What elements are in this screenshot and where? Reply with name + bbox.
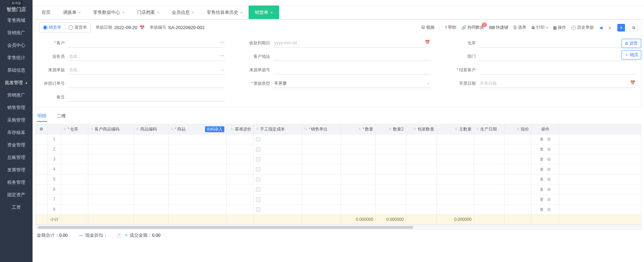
- invtype-input[interactable]: [274, 79, 430, 88]
- calendar-icon[interactable]: 📅: [425, 40, 430, 45]
- col-base-price[interactable]: ⇅基准进价: [227, 124, 254, 134]
- scan-badge[interactable]: 扫码录入: [205, 126, 224, 132]
- help-icon[interactable]: ?: [117, 233, 122, 238]
- copy-icon[interactable]: ⧉: [547, 137, 551, 142]
- srcdoc-input[interactable]: [68, 66, 225, 74]
- copy-icon[interactable]: ⧉: [547, 187, 551, 192]
- horizontal-scrollbar[interactable]: [36, 225, 641, 229]
- video-button[interactable]: ⦿视频: [421, 25, 435, 30]
- history-button[interactable]: 🕘历史单据: [571, 25, 594, 30]
- delete-icon[interactable]: 🗑: [540, 147, 544, 152]
- table-row[interactable]: 8🗑⧉: [36, 205, 641, 215]
- table-row[interactable]: 3🗑⧉: [36, 154, 641, 164]
- checkbox[interactable]: [256, 187, 260, 192]
- chevron-down-icon[interactable]: ⌄: [427, 80, 430, 85]
- tab-settle-history[interactable]: 零售结算单历史×: [200, 6, 249, 19]
- checkbox[interactable]: [256, 137, 260, 142]
- tab-store-archive[interactable]: 门店档案×: [131, 6, 166, 19]
- close-icon[interactable]: ×: [122, 10, 124, 15]
- close-icon[interactable]: ×: [240, 10, 242, 15]
- col-quote-price[interactable]: ⇅报价: [504, 124, 531, 134]
- sidebar-item-basic-info[interactable]: 基础信息: [0, 64, 33, 76]
- sidebar-sub-inventory[interactable]: 库存核算: [0, 126, 33, 139]
- gear-column[interactable]: ⚙: [36, 124, 47, 134]
- table-row[interactable]: 1🗑⧉: [36, 134, 641, 144]
- table-row[interactable]: 6🗑⧉: [36, 184, 641, 195]
- copy-icon[interactable]: ⧉: [547, 157, 551, 162]
- sort-icon[interactable]: ⇅: [413, 128, 416, 130]
- table-row[interactable]: 2🗑⧉: [36, 144, 641, 154]
- checkbox[interactable]: [256, 147, 260, 152]
- sort-icon[interactable]: ⇅: [455, 128, 458, 130]
- calendar-icon[interactable]: 📅: [630, 80, 635, 85]
- col-pack-qty[interactable]: ⇅包装数量: [406, 124, 437, 134]
- delete-icon[interactable]: 🗑: [540, 137, 544, 142]
- view-tree-button[interactable]: ⧉: [630, 24, 637, 31]
- next-icon[interactable]: ▶: [608, 25, 612, 30]
- col-cust-code[interactable]: ⇅客户商品编码: [88, 124, 134, 134]
- copy-icon[interactable]: ⧉: [547, 147, 551, 152]
- tab-sales-order[interactable]: 销货单×: [249, 6, 279, 19]
- view-list-button[interactable]: ≡: [617, 24, 625, 31]
- col-qty[interactable]: ⇅*数量: [341, 124, 376, 134]
- chevron-down-icon[interactable]: ⌄: [221, 67, 224, 72]
- sidebar-sub-marketing[interactable]: 营销推广: [0, 89, 33, 101]
- invdate-input[interactable]: [479, 79, 636, 88]
- sort-icon[interactable]: ⇅: [171, 128, 173, 130]
- sidebar-item-wholesale[interactable]: 批发管理: [0, 76, 33, 89]
- copy-icon[interactable]: ⧉: [547, 177, 551, 182]
- sidebar-item-retail-stats[interactable]: 零售统计: [0, 52, 33, 64]
- remark-input[interactable]: [68, 93, 225, 101]
- scrollbar-thumb[interactable]: [38, 226, 413, 229]
- print-button[interactable]: 🖶打印▾: [531, 25, 548, 30]
- sidebar-sub-invoice[interactable]: 发票管理: [0, 164, 33, 176]
- sidebar-item-retail-mall[interactable]: 零售商城: [0, 14, 33, 27]
- tab-detail[interactable]: 明细: [37, 111, 47, 122]
- sidebar-sub-tax[interactable]: 税务管理: [0, 176, 33, 189]
- col-main-qty[interactable]: ⇅主数量: [437, 124, 474, 134]
- sidebar-item-member-center[interactable]: 会员中心: [0, 39, 33, 52]
- copy-icon[interactable]: ⧉: [547, 167, 551, 172]
- col-warehouse[interactable]: ⇅*仓库: [61, 124, 88, 134]
- checkbox[interactable]: [256, 177, 260, 182]
- col-qty2[interactable]: ⇅数量2: [376, 124, 406, 134]
- sort-icon[interactable]: ⇅: [389, 128, 392, 130]
- checkbox[interactable]: [256, 157, 260, 162]
- sidebar-sub-fixed-assets[interactable]: 固定资产: [0, 189, 33, 201]
- sort-icon[interactable]: ⇅: [90, 128, 93, 130]
- delete-icon[interactable]: 🗑: [540, 167, 544, 172]
- sort-icon[interactable]: ⇅: [476, 128, 479, 130]
- sort-icon[interactable]: ⇅: [304, 128, 307, 130]
- close-icon[interactable]: ×: [270, 10, 272, 15]
- radio-return[interactable]: 退货单: [65, 23, 90, 32]
- col-sale-unit[interactable]: ⇅*销售单位: [302, 124, 341, 134]
- table-row[interactable]: 7🗑⧉: [36, 195, 641, 205]
- sidebar-sub-ledger[interactable]: 总账管理: [0, 151, 33, 164]
- warehouse-input[interactable]: [479, 39, 636, 47]
- sort-icon[interactable]: ⇅: [63, 128, 66, 130]
- doc-date-value[interactable]: 2022-09-20: [114, 25, 137, 30]
- table-row[interactable]: 5🗑⧉: [36, 174, 641, 184]
- ops-button[interactable]: ▦操作: [553, 25, 566, 30]
- addr-input[interactable]: [274, 52, 430, 61]
- delete-icon[interactable]: 🗑: [540, 157, 544, 162]
- col-manual-cost[interactable]: ⇅手工指定成本: [254, 124, 302, 134]
- shortcut-button[interactable]: ⌨快捷键: [489, 25, 508, 30]
- sort-icon[interactable]: ⇅: [358, 128, 361, 130]
- delete-icon[interactable]: 🗑: [540, 197, 544, 202]
- srcno-input[interactable]: [274, 66, 430, 74]
- col-product[interactable]: ⇅*商品扫码录入: [169, 124, 227, 134]
- ellipsis-icon[interactable]: ⋯: [220, 40, 224, 45]
- tab-retail-data[interactable]: 零售数据中心×: [87, 6, 131, 19]
- sort-icon[interactable]: ⇅: [517, 128, 519, 130]
- sales-input[interactable]: [68, 52, 225, 61]
- calendar-icon[interactable]: 📅: [140, 25, 145, 30]
- tab-member-info[interactable]: 会员信息×: [166, 6, 200, 19]
- delete-icon[interactable]: 🗑: [540, 207, 544, 212]
- delete-icon[interactable]: 🗑: [540, 177, 544, 182]
- tab-two-dim[interactable]: 二维: [56, 111, 66, 122]
- chevron-down-icon[interactable]: ⌄: [632, 53, 635, 58]
- copy-icon[interactable]: ⧉: [547, 207, 551, 212]
- col-prod-code[interactable]: ⇅商品编码: [134, 124, 169, 134]
- sidebar-sub-funds[interactable]: 资金管理: [0, 139, 33, 151]
